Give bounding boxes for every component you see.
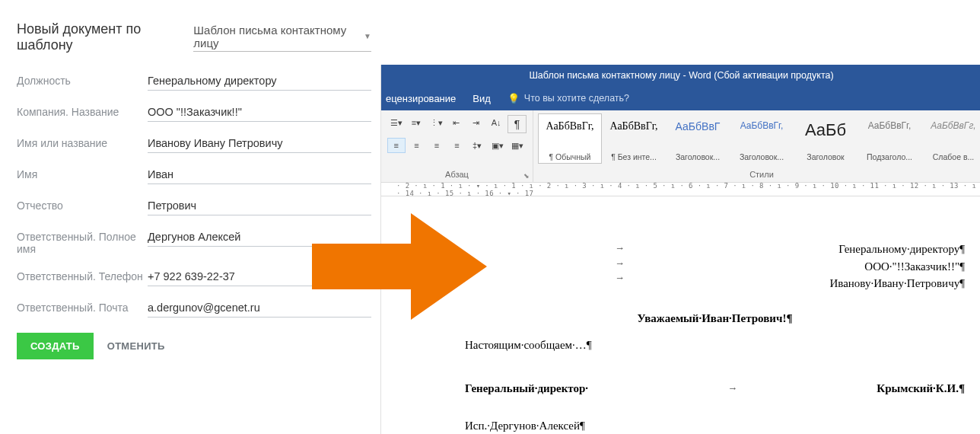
style-normal[interactable]: АаБбВвГг, ¶ Обычный: [538, 113, 602, 164]
ribbon: ☰▾ ≡▾ ⋮▾ ⇤ ⇥ A↓ ¶ ≡ ≡ ≡ ≡ ‡▾ ▣▾ ▦▾: [381, 110, 980, 183]
style-subtitle[interactable]: АаБбВвГг, Подзаголо...: [858, 113, 921, 164]
word-title: Шаблон письма контактному лицу - Word (С…: [529, 70, 833, 81]
sort-button[interactable]: A↓: [487, 115, 504, 130]
doc-sign-tab: →: [727, 382, 737, 395]
align-justify-button[interactable]: ≡: [448, 138, 466, 153]
style-heading3[interactable]: АаБб Заголовок: [794, 113, 858, 164]
line-spacing-button[interactable]: ‡▾: [468, 138, 486, 153]
styles-gallery: АаБбВвГг, ¶ Обычный АаБбВвГг, ¶ Без инте…: [538, 113, 980, 164]
doc-signer-title: Генеральный·директор·: [465, 382, 588, 395]
ribbon-group-paragraph-label: Абзац: [387, 168, 527, 179]
label-company: Компания. Название: [17, 103, 148, 118]
tell-me-placeholder: Что вы хотите сделать?: [524, 93, 629, 104]
borders-button[interactable]: ▦▾: [508, 138, 527, 153]
decrease-indent-button[interactable]: ⇤: [447, 115, 465, 130]
doc-addr-line2: ООО·"!!Заказчик!!"¶: [829, 258, 965, 276]
doc-body: Настоящим·сообщаем·…¶: [465, 339, 965, 352]
bullet-list-button[interactable]: ☰▾: [387, 115, 405, 130]
doc-addr-line1: Генеральному·директору¶: [829, 241, 965, 258]
template-dropdown[interactable]: Шаблон письма контактному лицу ▼: [193, 24, 371, 52]
label-resp-name: Ответственный. Полное имя: [17, 228, 148, 255]
label-fullname: Имя или название: [17, 134, 148, 149]
ribbon-group-styles-label: Стили: [538, 168, 980, 179]
word-titlebar: Шаблон письма контактному лицу - Word (С…: [381, 65, 980, 86]
form-header: Новый документ по шаблону Шаблон письма …: [17, 21, 371, 53]
create-button[interactable]: СОЗДАТЬ: [17, 333, 94, 359]
shading-button[interactable]: ▣▾: [488, 138, 507, 153]
tab-view[interactable]: Вид: [473, 93, 491, 104]
ribbon-group-paragraph: ☰▾ ≡▾ ⋮▾ ⇤ ⇥ A↓ ¶ ≡ ≡ ≡ ≡ ‡▾ ▣▾ ▦▾: [381, 110, 533, 182]
style-heading1[interactable]: АаБбВвГ Заголовок...: [666, 113, 730, 164]
template-dropdown-label: Шаблон письма контактному лицу: [193, 24, 359, 49]
numbered-list-button[interactable]: ≡▾: [407, 115, 425, 130]
label-firstname: Имя: [17, 165, 148, 180]
style-weak[interactable]: АаБбВвГг, Слабое в...: [921, 113, 980, 164]
doc-footer-line1: Исп.·Дергунов·Алексей¶: [465, 418, 965, 434]
align-left-button[interactable]: ≡: [387, 138, 406, 153]
form-panel: Новый документ по шаблону Шаблон письма …: [0, 0, 388, 381]
multilevel-list-button[interactable]: ⋮▾: [428, 115, 445, 130]
label-position: Должность: [17, 72, 148, 87]
ribbon-group-styles: АаБбВвГг, ¶ Обычный АаБбВвГг, ¶ Без инте…: [533, 110, 980, 182]
label-resp-email: Ответственный. Почта: [17, 298, 148, 314]
input-fullname[interactable]: [148, 134, 371, 153]
doc-signer-name: Крымский·К.И.¶: [877, 382, 965, 395]
tell-me-box[interactable]: 💡 Что вы хотите сделать?: [508, 93, 629, 104]
arrow-graphic: [312, 213, 487, 320]
doc-footer-block: Исп.·Дергунов·Алексей¶ +7·922·639-22-37¶: [465, 418, 965, 435]
cancel-button[interactable]: ОТМЕНИТЬ: [107, 340, 165, 352]
align-center-button[interactable]: ≡: [408, 138, 426, 153]
input-firstname[interactable]: [148, 165, 371, 184]
svg-marker-0: [312, 213, 487, 320]
doc-addr-line3: Иванову·Ивану·Петровичу¶: [829, 275, 965, 292]
doc-recipient-block: Генеральному·директору¶ ООО·"!!Заказчик!…: [829, 241, 965, 292]
doc-salutation: Уважаемый·Иван·Петрович!¶: [465, 312, 965, 325]
chevron-down-icon: ▼: [364, 32, 371, 40]
pilcrow-toggle-button[interactable]: ¶: [508, 115, 527, 133]
style-nospace[interactable]: АаБбВвГг, ¶ Без инте...: [602, 113, 666, 164]
ruler[interactable]: · 2 · ı · 1 · ı · ▾ · ı · 1 · ı · 2 · ı …: [381, 183, 980, 196]
style-heading2[interactable]: АаБбВвГг, Заголовок...: [730, 113, 794, 164]
input-company[interactable]: [148, 103, 371, 122]
tab-review[interactable]: ецензирование: [386, 93, 456, 104]
label-patronymic: Отчество: [17, 196, 148, 212]
align-right-button[interactable]: ≡: [428, 138, 446, 153]
doc-tab-marks: →→→: [465, 241, 625, 292]
ruler-scale: · 2 · ı · 1 · ı · ▾ · ı · 1 · ı · 2 · ı …: [396, 182, 980, 197]
paragraph-dialog-launcher[interactable]: ⬊: [523, 172, 530, 180]
doc-signature-row: Генеральный·директор· → Крымский·К.И.¶: [465, 382, 965, 395]
word-tabbar: ецензирование Вид 💡 Что вы хотите сделат…: [381, 86, 980, 110]
label-resp-phone: Ответственный. Телефон: [17, 267, 148, 282]
form-title: Новый документ по шаблону: [17, 21, 186, 53]
bulb-icon: 💡: [508, 93, 520, 104]
input-position[interactable]: [148, 72, 371, 91]
increase-indent-button[interactable]: ⇥: [467, 115, 485, 130]
